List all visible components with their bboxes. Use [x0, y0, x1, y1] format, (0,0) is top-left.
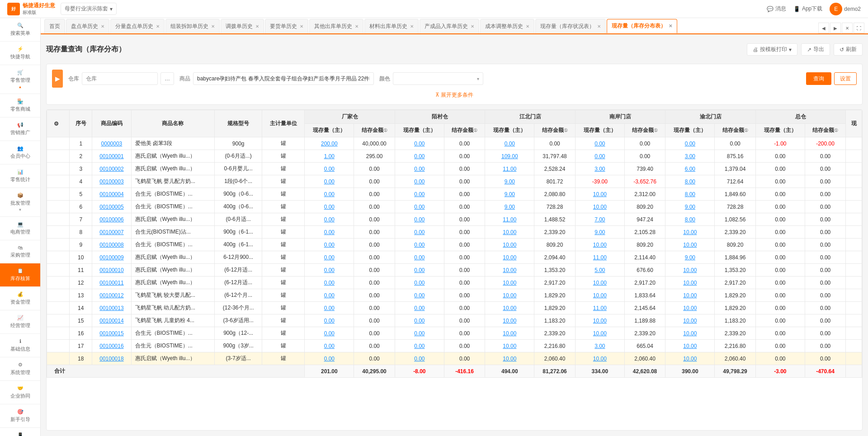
sidebar-item-finance[interactable]: 💰 资金管理	[0, 287, 40, 310]
message-btn[interactable]: 💬 消息	[767, 5, 786, 13]
tab-next-btn[interactable]: ▶	[830, 23, 841, 33]
tab-close-icon[interactable]: ✕	[410, 24, 414, 29]
sidebar-item-retailshop[interactable]: 🏪 零售商城	[0, 94, 40, 117]
col-mcn-amt: 结存金额①	[444, 124, 485, 137]
color-input[interactable]	[393, 72, 483, 85]
tab-close-icon[interactable]: ✕	[471, 24, 474, 29]
row-jbmd-amt: 31,797.48	[534, 150, 576, 163]
row-total-amt: 0.00	[805, 352, 846, 365]
row-nbmd-amt: 2,339.20	[624, 327, 665, 340]
sidebar-item-inventory[interactable]: 📋 库存核算	[0, 263, 40, 287]
tab-close-icon[interactable]: ✕	[300, 24, 303, 29]
tab-stock-dist[interactable]: 现存量（库存分布表） ✕	[607, 19, 677, 33]
tab-product-in[interactable]: 产成品入库单历史 ✕	[420, 19, 479, 33]
tab-transfer[interactable]: 调拨单历史 ✕	[221, 19, 264, 33]
sidebar-item-system[interactable]: ⚙ 系统管理	[0, 357, 40, 381]
sidebar-label-member: 会员中心	[10, 153, 30, 159]
row-settings	[47, 302, 70, 314]
tab-close-all-btn[interactable]: ✕	[842, 23, 853, 33]
tab-close-icon[interactable]: ✕	[355, 24, 359, 29]
industry-select[interactable]: 母婴行业演示陈套 ▾	[61, 3, 117, 15]
warehouse-input[interactable]	[82, 72, 158, 85]
query-btn[interactable]: 查询	[806, 72, 831, 85]
col-group-total: 总仓	[755, 110, 846, 124]
row-chj-amt: 0.00	[354, 340, 395, 352]
app-download-btn[interactable]: 📱 App下载	[793, 5, 822, 13]
row-chj-amt: 0.00	[354, 175, 395, 188]
row-ybmd-amt: 1,183.20	[715, 314, 756, 327]
row-nbmd-qty: 10.00	[575, 188, 624, 201]
sidebar-item-ecommerce[interactable]: 💻 电商管理	[0, 217, 40, 240]
row-nbmd-amt: 2,060.40	[624, 352, 665, 365]
row-ybmd-qty: 10.00	[665, 264, 715, 277]
row-jbmd-qty: 10.00	[485, 327, 534, 340]
row-mcn-qty: 0.00	[395, 251, 444, 264]
sidebar-item-enterprise[interactable]: 🤝 企业协同	[0, 381, 40, 404]
sidebar-item-search[interactable]: 🔍 搜索英单	[0, 18, 40, 42]
tab-sub-inventory[interactable]: 分量盘点单历史 ✕	[110, 19, 165, 33]
tab-close-icon[interactable]: ✕	[255, 24, 259, 29]
warehouse-label: 仓库	[68, 75, 79, 83]
warehouse-dots-btn[interactable]: …	[160, 72, 174, 85]
sidebar-item-purchase[interactable]: 🛍 采购管理	[0, 240, 40, 263]
row-ybmd-qty: 10.00	[665, 327, 715, 340]
expand-conditions-btn[interactable]: ⊼ 展开更多条件	[435, 91, 473, 99]
sidebar-item-quicknav[interactable]: ⚡ 快捷导航	[0, 42, 40, 65]
sidebar-item-appcenter[interactable]: 📱 应用中心	[0, 428, 40, 436]
row-unit: 罐	[262, 352, 305, 365]
row-total-qty: 0.00	[755, 314, 805, 327]
sidebar-item-retailstat[interactable]: 📊 零售统计	[0, 164, 40, 188]
sidebar-item-guide[interactable]: 🎯 新手引导	[0, 404, 40, 428]
export-btn[interactable]: ↗ 导出	[801, 43, 830, 56]
row-current	[846, 327, 862, 340]
logo-text: 畅捷通好生意	[23, 2, 55, 9]
tab-maximize-btn[interactable]: ⛶	[854, 23, 864, 33]
tab-home[interactable]: 首页	[44, 19, 65, 33]
tab-close-icon[interactable]: ✕	[101, 24, 104, 29]
row-name: 惠氏启赋（Wyeth illu...）	[131, 264, 215, 277]
row-name: 飞鹤星飞帆 婴儿配方奶...	[131, 175, 215, 188]
row-settings	[47, 175, 70, 188]
sidebar-item-retail[interactable]: 🛒 零售管理 ▲	[0, 65, 40, 94]
chevron-down-icon: ▾	[789, 47, 792, 53]
row-ybmd-qty: 6.00	[665, 163, 715, 175]
sidebar-item-operations[interactable]: 📈 经营管理	[0, 310, 40, 334]
row-nbmd-amt: 2,105.28	[624, 226, 665, 239]
row-nbmd-amt: 2,114.40	[624, 251, 665, 264]
tab-inventory-history[interactable]: 盘点单历史 ✕	[66, 19, 109, 33]
tab-requisition[interactable]: 要货单历史 ✕	[265, 19, 308, 33]
sidebar-item-marketing[interactable]: 📢 营销推广	[0, 117, 40, 141]
refresh-btn[interactable]: ↺ 刷新	[834, 43, 863, 56]
row-current	[846, 226, 862, 239]
row-jbmd-qty: 10.00	[485, 340, 534, 352]
tab-close-icon[interactable]: ✕	[526, 24, 529, 29]
tab-label: 现存量（库存状况表）	[540, 23, 594, 30]
row-no: 10	[70, 251, 92, 264]
row-chj-qty: 0.00	[305, 264, 354, 277]
tab-close-icon[interactable]: ✕	[669, 23, 672, 28]
print-btn[interactable]: 🖨 按模板打印 ▾	[747, 43, 797, 56]
filter-arrow-btn[interactable]: ▶	[52, 70, 63, 88]
tab-prev-btn[interactable]: ◀	[818, 23, 829, 33]
tab-close-icon[interactable]: ✕	[597, 24, 601, 29]
tab-cost-adj[interactable]: 成本调整单历史 ✕	[480, 19, 534, 33]
data-table: ⚙ 序号 商品编码 商品名称 规格型号 主计量单位 厂家仓 陌村仓 江北门店 南…	[47, 110, 862, 378]
tab-material-out[interactable]: 材料出库单历史 ✕	[364, 19, 419, 33]
table-row: 13 00100012 飞鹤星飞帆 较大婴儿配... (6-12个月... 罐 …	[47, 289, 862, 302]
sidebar-item-member[interactable]: 👥 会员中心	[0, 141, 40, 164]
settings-btn[interactable]: 设置	[834, 72, 857, 85]
table-container[interactable]: ⚙ 序号 商品编码 商品名称 规格型号 主计量单位 厂家仓 陌村仓 江北门店 南…	[46, 109, 863, 431]
goods-input[interactable]	[193, 72, 374, 85]
row-chj-qty: 0.00	[305, 175, 354, 188]
sidebar-item-wholesale[interactable]: 📦 批发管理 ▼	[0, 188, 40, 217]
tab-close-icon[interactable]: ✕	[211, 24, 215, 29]
sidebar-item-basic[interactable]: ℹ 基础信息	[0, 334, 40, 357]
row-nbmd-qty: 3.00	[575, 163, 624, 175]
tab-stock-status[interactable]: 现存量（库存状况表） ✕	[535, 19, 606, 33]
table-settings-icon[interactable]: ⚙	[51, 118, 61, 129]
user-area[interactable]: E demo2	[830, 3, 861, 15]
tab-outbound[interactable]: 其他出库单历史 ✕	[309, 19, 363, 33]
tab-close-icon[interactable]: ✕	[156, 24, 160, 29]
tab-assemble[interactable]: 组装拆卸单历史 ✕	[165, 19, 220, 33]
row-ybmd-qty: 8.00	[665, 213, 715, 226]
